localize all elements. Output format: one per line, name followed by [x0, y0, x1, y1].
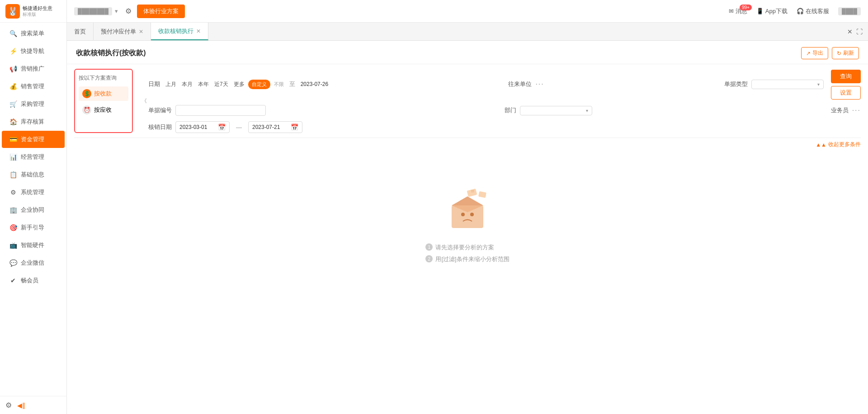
service-icon: 🎧: [797, 8, 804, 14]
page-container: 收款核销执行(按收款) ↗ 导出 ↻ 刷新 按以下方案查询: [67, 41, 868, 414]
svg-point-3: [461, 213, 465, 216]
app-icon: 📱: [756, 8, 764, 14]
filter-by-receipt[interactable]: 💲 按收款: [79, 86, 128, 101]
sidebar-item-finance[interactable]: 💳 资金管理: [2, 131, 65, 148]
marketing-icon: 📢: [9, 65, 17, 73]
sidebar-item-basic[interactable]: 📋 基础信息: [2, 166, 65, 183]
sidebar-item-enterprise[interactable]: 🏢 企业协同: [2, 201, 65, 219]
staff-label: 业务员: [831, 106, 849, 114]
filter-by-receivable[interactable]: ⏰ 按应收: [79, 103, 128, 117]
tab-home[interactable]: 首页: [67, 23, 94, 40]
verify-date-end-input[interactable]: 2023-07-21 📅: [248, 121, 302, 133]
collapse-more-conditions[interactable]: ▲▲ 收起更多条件: [74, 138, 861, 151]
wechat-icon: 💬: [9, 259, 17, 267]
doctype-select[interactable]: ▾: [751, 80, 824, 89]
guide-icon: 🎯: [9, 224, 17, 232]
basic-icon: 📋: [9, 171, 17, 179]
hint-num-2: 2: [425, 255, 433, 262]
dept-field: 部门 ▾: [505, 106, 592, 115]
sidebar-label-operation: 经营管理: [21, 153, 44, 161]
top-header: ████████ ▾ ⚙ 体验行业方案 ✉ 消息 99+ 📱 App下载 🎧 在…: [67, 0, 868, 23]
sidebar-item-quick-nav[interactable]: ⚡ 快捷导航: [2, 43, 65, 60]
member-icon: ✔: [9, 276, 17, 285]
date-label: 日期: [148, 80, 160, 88]
staff-dots-btn[interactable]: ···: [852, 106, 861, 114]
empty-hints: 1 请先选择要分析的方案 2 用[过滤]条件来缩小分析范围: [425, 243, 509, 263]
hardware-icon: 📺: [9, 241, 17, 249]
sidebar-item-purchase[interactable]: 🛒 采购管理: [2, 95, 65, 113]
logo-icon: 🐰: [5, 4, 20, 19]
sidebar-label-finance: 资金管理: [21, 135, 44, 143]
maximize-tab-button[interactable]: ⛶: [856, 28, 863, 35]
sidebar-item-search[interactable]: 🔍 搜索菜单: [2, 25, 65, 42]
date-not-limit: 不限: [274, 81, 284, 88]
filter-sidebar: 按以下方案查询 💲 按收款 ⏰ 按应收: [74, 69, 133, 133]
filter-by-receipt-label: 按收款: [94, 90, 112, 98]
sidebar-item-wechat[interactable]: 💬 企业微信: [2, 254, 65, 271]
collapse-label: 收起更多条件: [828, 141, 861, 148]
sidebar-nav: 🔍 搜索菜单 ⚡ 快捷导航 📢 营销推广 💰 销售管理 🛒 采购管理 🏠 库存核…: [0, 23, 66, 396]
message-button[interactable]: ✉ 消息 99+: [729, 7, 747, 15]
verify-date-field: 核销日期 2023-03-01 📅 — 2023-07-21 📅: [148, 121, 302, 133]
query-button[interactable]: 查询: [831, 70, 861, 83]
setting-button[interactable]: 设置: [831, 86, 861, 100]
message-icon: ✉: [729, 8, 734, 14]
sidebar-label-member: 畅会员: [21, 276, 38, 285]
date-last-month[interactable]: 上月: [164, 80, 178, 89]
date-more[interactable]: 更多: [232, 80, 246, 89]
partner-label: 往来单位: [508, 80, 532, 88]
date-7-days[interactable]: 近7天: [212, 80, 230, 89]
filter-form: 日期 上月 本月 本年 近7天 更多 自定义 不限 至 2023: [148, 69, 861, 133]
app-download-button[interactable]: 📱 App下载: [756, 7, 788, 15]
tab-collection-close[interactable]: ✕: [196, 28, 201, 34]
collapse-filter-btn[interactable]: 《: [140, 92, 148, 110]
sidebar-item-sales[interactable]: 💰 销售管理: [2, 78, 65, 95]
receipt-icon: 💲: [82, 89, 91, 98]
empty-hint-2: 2 用[过滤]条件来缩小分析范围: [425, 255, 509, 263]
solution-button[interactable]: 体验行业方案: [137, 5, 185, 18]
date-buttons: 上月 本月 本年 近7天 更多 自定义: [164, 80, 270, 89]
empty-hint-1: 1 请先选择要分析的方案: [425, 243, 509, 252]
sidebar-item-operation[interactable]: 📊 经营管理: [2, 148, 65, 166]
tab-prepay[interactable]: 预付冲应付单 ✕: [94, 23, 151, 40]
sidebar-label-system: 系统管理: [21, 188, 44, 196]
docno-input[interactable]: [175, 105, 266, 116]
app-label: App下载: [765, 7, 788, 15]
sidebar-item-member[interactable]: ✔ 畅会员: [2, 272, 65, 289]
user-name: ████: [838, 7, 861, 15]
docno-label: 单据编号: [148, 106, 172, 114]
export-button[interactable]: ↗ 导出: [801, 47, 828, 59]
online-service-button[interactable]: 🎧 在线客服: [797, 7, 829, 15]
calendar-start-icon: 📅: [218, 124, 226, 131]
page-header: 收款核销执行(按收款) ↗ 导出 ↻ 刷新: [67, 41, 868, 64]
settings-icon[interactable]: ⚙: [5, 401, 12, 409]
collapse-sidebar-icon[interactable]: ◀‖: [17, 402, 25, 409]
sidebar-item-system[interactable]: ⚙ 系统管理: [2, 184, 65, 201]
header-gear-icon[interactable]: ⚙: [125, 7, 132, 15]
sidebar: 🐰 畅捷通好生意 标准版 🔍 搜索菜单 ⚡ 快捷导航 📢 营销推广 💰 销售管理…: [0, 0, 67, 414]
verify-date-start-input[interactable]: 2023-03-01 📅: [175, 121, 230, 133]
close-tab-button[interactable]: ✕: [847, 28, 853, 35]
date-separator: 至: [289, 80, 295, 88]
page-actions: ↗ 导出 ↻ 刷新: [801, 47, 859, 59]
tab-prepay-close[interactable]: ✕: [139, 29, 143, 35]
sidebar-label-search: 搜索菜单: [21, 29, 44, 38]
date-this-month[interactable]: 本月: [180, 80, 194, 89]
partner-dots-btn[interactable]: ···: [535, 80, 544, 88]
sidebar-item-marketing[interactable]: 📢 营销推广: [2, 60, 65, 77]
collapse-icon: ▲▲: [816, 142, 826, 148]
export-icon: ↗: [806, 50, 811, 57]
filter-actions: 查询 设置: [831, 69, 861, 100]
date-this-year[interactable]: 本年: [196, 80, 211, 89]
date-custom-btn[interactable]: 自定义: [248, 80, 270, 89]
company-selector[interactable]: ████████ ▾: [74, 7, 118, 15]
dept-select[interactable]: ▾: [520, 106, 592, 115]
sidebar-item-inventory[interactable]: 🏠 库存核算: [2, 113, 65, 130]
sidebar-label-basic: 基础信息: [21, 171, 44, 179]
sidebar-item-hardware[interactable]: 📺 智能硬件: [2, 237, 65, 254]
sidebar-item-guide[interactable]: 🎯 新手引导: [2, 219, 65, 236]
doctype-label: 单据类型: [724, 80, 748, 88]
tab-collection[interactable]: 收款核销执行 ✕: [151, 23, 208, 40]
message-badge: 99+: [740, 5, 752, 10]
refresh-button[interactable]: ↻ 刷新: [832, 47, 859, 59]
